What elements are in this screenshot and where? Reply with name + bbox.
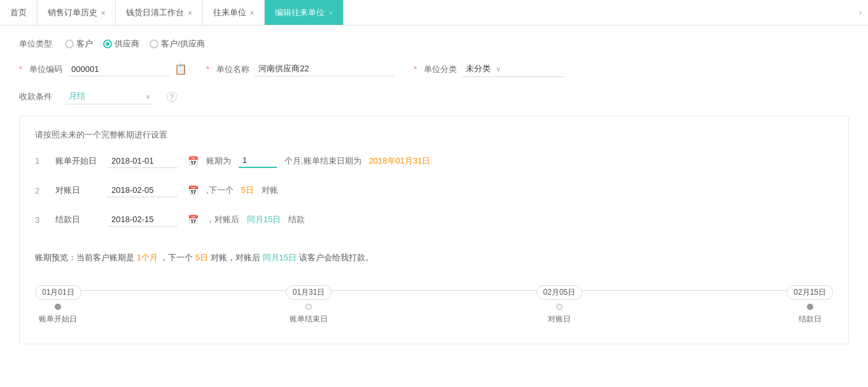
payment-suffix: 结款 xyxy=(288,214,305,225)
required-star-code: * xyxy=(19,64,22,74)
unit-type-row: 单位类型 客户供应商客户/供应商 xyxy=(19,38,849,50)
section-hint-text: 请按照未来的一个完整帐期进行设置 xyxy=(35,129,833,141)
radio-circle-customer xyxy=(65,39,74,48)
tabs-bar: 首页销售订单历史×钱货日清工作台×往来单位×编辑往来单位× › xyxy=(0,0,868,25)
payment-terms-select[interactable]: 月结 ∨ xyxy=(65,88,154,104)
row-num-3: 3 xyxy=(35,215,48,225)
reconcile-date-input[interactable] xyxy=(108,183,178,197)
timeline-node-t1: 01月01日账单开始日 xyxy=(35,285,81,325)
required-star-category: * xyxy=(414,64,417,74)
unit-name-input[interactable] xyxy=(255,62,395,76)
preview-suffix: 该客户会给我打款。 xyxy=(299,253,374,262)
unit-code-field: * 单位编码 📋 xyxy=(19,62,187,76)
payment-terms-arrow-icon: ∨ xyxy=(146,93,150,100)
timeline-node-t3: 02月05日对账日 xyxy=(536,285,583,325)
period-months-label: 个月,账单结束日期为 xyxy=(284,155,361,167)
preview-period: 1个月 xyxy=(137,253,158,262)
tab-label-partner-units: 往来单位 xyxy=(213,7,246,18)
tab-sales-order-history[interactable]: 销售订单历史× xyxy=(38,0,116,25)
reconcile-suffix: 对账 xyxy=(262,185,278,196)
billing-start-calendar-icon[interactable]: 📅 xyxy=(188,156,199,166)
timeline-dot-t1 xyxy=(55,304,61,310)
timeline-wrap: 01月01日账单开始日01月31日账单结束日02月05日对账日02月15日结款日 xyxy=(35,279,833,331)
radio-customer[interactable]: 客户 xyxy=(65,38,93,50)
required-star-name: * xyxy=(206,64,209,74)
reconcile-date-row: 2 对账日 📅 ,下一个 5日 对账 xyxy=(35,183,833,197)
payment-date-row: 3 结款日 📅 ，对账后 同月15日 结款 xyxy=(35,213,833,227)
period-label: 账期为 xyxy=(206,155,231,167)
tab-label-sales-order-history: 销售订单历史 xyxy=(48,7,97,18)
timeline-badge-t2: 01月31日 xyxy=(286,285,332,300)
bookmark-icon[interactable]: 📋 xyxy=(174,63,187,75)
payment-terms-value: 月结 xyxy=(69,90,141,102)
unit-info-row: * 单位编码 📋 * 单位名称 * 单位分类 未分类 ∨ xyxy=(19,61,849,77)
reconcile-prefix: ,下一个 xyxy=(206,185,234,196)
reconcile-day-display: 5日 xyxy=(241,185,254,196)
timeline-node-t2: 01月31日账单结束日 xyxy=(286,285,332,325)
preview-prefix: 账期预览：当前客户账期是 xyxy=(35,253,134,262)
main-content: 单位类型 客户供应商客户/供应商 * 单位编码 📋 * 单位名称 * 单位分类 … xyxy=(0,25,868,387)
preview-text: 账期预览：当前客户账期是 1个月 ，下一个 5日 对账，对账后 同月15日 该客… xyxy=(35,252,833,264)
radio-label-customer: 客户 xyxy=(76,38,93,50)
unit-type-label: 单位类型 xyxy=(19,38,52,50)
timeline-badge-t4: 02月15日 xyxy=(787,285,833,300)
timeline-node-t4: 02月15日结款日 xyxy=(787,285,833,325)
tab-close-edit-partner-unit[interactable]: × xyxy=(328,9,332,17)
payment-terms-label: 收款条件 xyxy=(19,91,52,102)
unit-name-label: 单位名称 xyxy=(216,64,249,75)
tab-home[interactable]: 首页 xyxy=(0,0,38,25)
preview-mid1: ，下一个 xyxy=(160,253,193,262)
unit-type-radio-group: 客户供应商客户/供应商 xyxy=(65,38,205,50)
timeline-label-t2: 账单结束日 xyxy=(290,314,328,325)
radio-label-both: 客户/供应商 xyxy=(161,38,205,50)
preview-reconcile-day: 5日 xyxy=(195,253,208,262)
tab-label-home: 首页 xyxy=(10,7,27,18)
billing-start-date-input[interactable] xyxy=(108,154,178,168)
unit-code-input[interactable] xyxy=(67,62,169,76)
help-icon[interactable]: ? xyxy=(167,92,177,102)
preview-mid2: 对账，对账后 xyxy=(211,253,260,262)
payment-prefix: ，对账后 xyxy=(206,214,239,225)
tab-partner-units[interactable]: 往来单位× xyxy=(203,0,265,25)
payment-day-display: 同月15日 xyxy=(247,214,281,225)
radio-circle-both xyxy=(150,39,158,48)
period-value-input[interactable] xyxy=(239,153,277,168)
payment-date-label: 结款日 xyxy=(55,214,100,225)
timeline-badge-t1: 01月01日 xyxy=(35,285,81,300)
tab-close-sales-order-history[interactable]: × xyxy=(101,9,105,17)
tab-label-edit-partner-unit: 编辑往来单位 xyxy=(275,7,325,18)
billing-start-row: 1 账单开始日 📅 账期为 个月,账单结束日期为 2018年01月31日 xyxy=(35,153,833,168)
tab-edit-partner-unit[interactable]: 编辑往来单位× xyxy=(265,0,343,25)
radio-label-supplier: 供应商 xyxy=(115,38,139,50)
timeline-items: 01月01日账单开始日01月31日账单结束日02月05日对账日02月15日结款日 xyxy=(35,285,833,325)
reconcile-calendar-icon[interactable]: 📅 xyxy=(188,185,199,195)
timeline-label-t4: 结款日 xyxy=(799,314,822,325)
timeline-dot-t4 xyxy=(807,304,813,310)
payment-calendar-icon[interactable]: 📅 xyxy=(188,215,199,225)
preview-section: 账期预览：当前客户账期是 1个月 ，下一个 5日 对账，对账后 同月15日 该客… xyxy=(35,242,833,331)
preview-payment-day: 同月15日 xyxy=(263,253,297,262)
tab-cash-work[interactable]: 钱货日清工作台× xyxy=(116,0,202,25)
unit-category-label: 单位分类 xyxy=(424,64,457,75)
payment-date-input[interactable] xyxy=(108,213,178,227)
tab-close-cash-work[interactable]: × xyxy=(188,9,192,17)
timeline-label-t1: 账单开始日 xyxy=(39,314,77,325)
radio-supplier[interactable]: 供应商 xyxy=(103,38,139,50)
unit-category-field: * 单位分类 未分类 ∨ xyxy=(414,61,564,77)
payment-terms-row: 收款条件 月结 ∨ ? xyxy=(19,88,849,104)
row-num-1: 1 xyxy=(35,156,48,165)
unit-category-value: 未分类 xyxy=(466,63,491,74)
timeline-dot-t3 xyxy=(556,304,563,310)
reconcile-date-label: 对账日 xyxy=(55,185,100,196)
unit-category-select[interactable]: 未分类 ∨ xyxy=(462,61,564,77)
unit-name-field: * 单位名称 xyxy=(206,62,395,76)
radio-both[interactable]: 客户/供应商 xyxy=(150,38,205,50)
timeline-dot-t2 xyxy=(305,304,312,310)
category-chevron-icon: ∨ xyxy=(496,65,501,73)
timeline-badge-t3: 02月05日 xyxy=(536,285,583,300)
period-settings-section: 请按照未来的一个完整帐期进行设置 1 账单开始日 📅 账期为 个月,账单结束日期… xyxy=(19,116,849,344)
radio-circle-supplier xyxy=(103,39,112,48)
billing-end-date-display: 2018年01月31日 xyxy=(369,155,431,167)
tab-close-partner-units[interactable]: × xyxy=(250,9,254,17)
tabs-more-arrow[interactable]: › xyxy=(853,0,868,25)
